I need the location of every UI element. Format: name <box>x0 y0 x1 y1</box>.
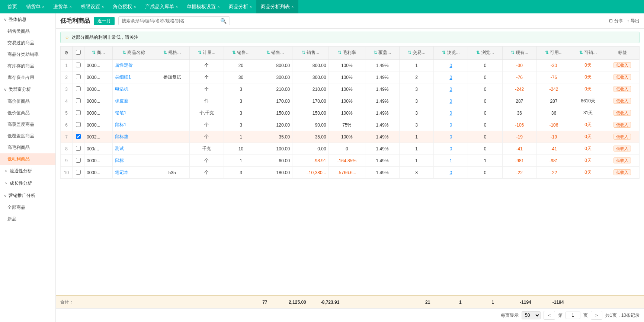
sidebar-item-high-value[interactable]: 高价值商品 <box>0 96 55 107</box>
row-name[interactable]: 橡皮擦 <box>112 95 155 107</box>
row-select-checkbox[interactable] <box>76 170 81 175</box>
sort-icon[interactable]: ⇅ <box>374 50 377 55</box>
nav-role[interactable]: 角色授权 × <box>108 0 140 13</box>
row-select-checkbox[interactable] <box>76 110 81 115</box>
sort-icon[interactable]: ⇅ <box>408 50 411 55</box>
row-browse1[interactable]: 0 <box>434 71 468 83</box>
row-select-checkbox[interactable] <box>76 86 81 91</box>
search-input[interactable] <box>122 18 220 23</box>
nav-goods-analysis[interactable]: 商品分析 × <box>224 0 256 13</box>
per-page-select[interactable]: 50 20 100 <box>522 311 541 319</box>
row-browse1[interactable]: 0 <box>434 119 468 131</box>
row-checkbox[interactable] <box>73 155 84 167</box>
sidebar-section-flow[interactable]: ＞ 流通性分析 <box>0 165 55 177</box>
row-checkbox[interactable] <box>73 119 84 131</box>
row-checkbox[interactable] <box>73 95 84 107</box>
row-checkbox[interactable] <box>73 167 84 179</box>
row-name[interactable]: 铅笔1 <box>112 107 155 119</box>
share-button[interactable]: ⊡ 分享 <box>609 18 623 24</box>
sort-icon[interactable]: ⇅ <box>232 50 236 55</box>
sidebar-item-inventory-goods[interactable]: 有库存的商品 <box>0 60 55 72</box>
row-name[interactable]: 属性定价 <box>112 59 155 71</box>
sort-icon[interactable]: ⇅ <box>92 50 96 55</box>
sidebar-item-low-profit[interactable]: 低毛利商品 <box>0 153 55 165</box>
nav-sales[interactable]: 销货单 × <box>22 0 49 13</box>
sidebar-item-traded-goods[interactable]: 交易过的商品 <box>0 37 55 49</box>
close-icon[interactable]: × <box>42 4 44 9</box>
row-name[interactable]: 鼠标1 <box>112 119 155 131</box>
row-select-checkbox[interactable] <box>76 74 81 79</box>
prev-page-button[interactable]: ＜ <box>544 311 555 320</box>
search-icon[interactable]: 🔍 <box>220 18 227 24</box>
row-select-checkbox[interactable] <box>76 122 81 127</box>
sort-icon[interactable]: ⇅ <box>579 50 583 55</box>
row-select-checkbox[interactable] <box>76 158 81 163</box>
settings-icon[interactable]: ⚙ <box>64 50 68 55</box>
close-icon[interactable]: × <box>250 4 252 9</box>
sidebar-item-capital-usage[interactable]: 库存资金占用 <box>0 72 55 83</box>
row-name[interactable]: 鼠标垫 <box>112 131 155 143</box>
nav-permission[interactable]: 权限设置 × <box>76 0 108 13</box>
row-name[interactable]: 测试 <box>112 143 155 155</box>
col-settings[interactable]: ⚙ <box>61 47 73 60</box>
row-select-checkbox[interactable] <box>76 63 81 67</box>
page-number-input[interactable] <box>565 312 580 319</box>
sort-icon[interactable]: ⇅ <box>163 50 167 55</box>
row-checkbox[interactable] <box>73 59 84 71</box>
row-checkbox[interactable] <box>73 83 84 95</box>
row-name[interactable]: 电话机 <box>112 83 155 95</box>
row-select-checkbox[interactable] <box>76 134 81 139</box>
row-browse1[interactable]: 0 <box>434 107 468 119</box>
sidebar-item-high-coverage[interactable]: 高覆盖度商品 <box>0 119 55 130</box>
sidebar-item-low-coverage[interactable]: 低覆盖度商品 <box>0 130 55 142</box>
sidebar-item-sales-goods[interactable]: 销售类商品 <box>0 26 55 37</box>
sidebar-section-overall[interactable]: ∨ 整体信息 <box>0 13 55 26</box>
row-checkbox[interactable] <box>73 107 84 119</box>
row-browse1[interactable]: 0 <box>434 143 468 155</box>
row-browse1[interactable]: 0 <box>434 95 468 107</box>
sort-icon[interactable]: ⇅ <box>511 50 515 55</box>
next-page-button[interactable]: ＞ <box>591 311 602 320</box>
row-checkbox[interactable] <box>73 71 84 83</box>
sidebar-item-high-profit[interactable]: 高毛利商品 <box>0 142 55 153</box>
nav-home[interactable]: 首页 <box>3 0 22 13</box>
nav-goods-analysis-list[interactable]: 商品分析列表 × <box>256 0 298 13</box>
sidebar-section-growth[interactable]: ＞ 成长性分析 <box>0 177 55 189</box>
sort-icon[interactable]: ⇅ <box>338 50 342 55</box>
sort-icon[interactable]: ⇅ <box>442 50 446 55</box>
row-checkbox[interactable] <box>73 143 84 155</box>
sidebar-item-all-goods[interactable]: 全部商品 <box>0 202 55 213</box>
row-browse1[interactable]: 0 <box>434 59 468 71</box>
close-icon[interactable]: × <box>291 4 294 9</box>
col-check[interactable] <box>73 47 84 60</box>
row-select-checkbox[interactable] <box>76 98 81 103</box>
close-icon[interactable]: × <box>217 4 220 9</box>
close-icon[interactable]: × <box>102 4 104 9</box>
row-name[interactable]: 吴细细1 <box>112 71 155 83</box>
sort-icon[interactable]: ⇅ <box>266 50 270 55</box>
nav-purchase[interactable]: 进货单 × <box>49 0 76 13</box>
row-browse1[interactable]: 1 <box>434 155 468 167</box>
period-button[interactable]: 近一月 <box>94 17 115 25</box>
close-icon[interactable]: × <box>134 4 136 9</box>
nav-template[interactable]: 单据模板设置 × <box>182 0 224 13</box>
sidebar-item-low-value[interactable]: 低价值商品 <box>0 107 55 119</box>
row-name[interactable]: 鼠标 <box>112 155 155 167</box>
sidebar-item-new-goods[interactable]: 新品 <box>0 213 55 225</box>
sort-icon[interactable]: ⇅ <box>198 50 202 55</box>
sort-icon[interactable]: ⇅ <box>302 50 305 55</box>
select-all-checkbox[interactable] <box>76 50 81 55</box>
row-browse1[interactable]: 0 <box>434 131 468 143</box>
close-icon[interactable]: × <box>176 4 178 9</box>
sidebar-section-marketing[interactable]: ∨ 营销推广分析 <box>0 189 55 202</box>
row-select-checkbox[interactable] <box>76 146 81 151</box>
sidebar-item-category-rate[interactable]: 商品分类助销率 <box>0 49 55 60</box>
nav-product-entry[interactable]: 产成品入库单 × <box>141 0 182 13</box>
row-checkbox[interactable] <box>73 131 84 143</box>
sidebar-section-cluster[interactable]: ∨ 类群富分析 <box>0 83 55 96</box>
sort-icon[interactable]: ⇅ <box>476 50 480 55</box>
row-name[interactable]: 笔记本 <box>112 167 155 179</box>
close-icon[interactable]: × <box>69 4 71 9</box>
row-browse1[interactable]: 0 <box>434 167 468 179</box>
sort-icon[interactable]: ⇅ <box>545 50 549 55</box>
